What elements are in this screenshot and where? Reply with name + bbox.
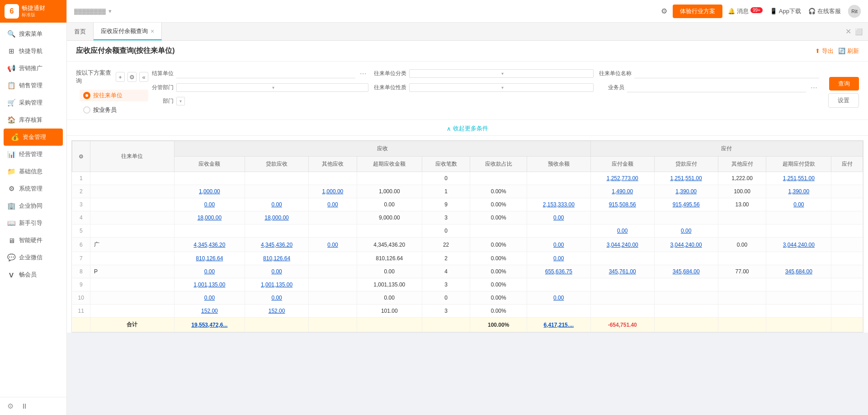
th-loan-receivable: 贷款应收 — [245, 157, 309, 172]
purchase-icon: 🛒 — [7, 99, 15, 107]
partner-category-label: 往来单位分类 — [374, 70, 406, 77]
sidebar-item-purchase[interactable]: 🛒 采购管理 — [0, 94, 66, 111]
partner-nature-select[interactable]: ▾ — [409, 83, 594, 92]
info-icon: 📁 — [7, 167, 15, 176]
tab-balance-query[interactable]: 应收应付余额查询 × — [94, 23, 162, 40]
dept-select[interactable]: ▾ — [176, 97, 185, 105]
th-receivable-ratio: 应收款占比 — [470, 157, 527, 172]
total-overdue-payable — [766, 318, 831, 332]
th-payable-amount: 应付金额 — [590, 157, 654, 172]
add-scheme-button[interactable]: + — [116, 72, 125, 82]
sidebar-item-guide[interactable]: 📖 新手引导 — [0, 215, 66, 232]
sidebar-item-search[interactable]: 🔍 搜索菜单 — [0, 25, 66, 43]
online-service-button[interactable]: 🎧 在线客服 — [808, 7, 841, 15]
collapse-button[interactable]: ∧ 收起更多条件 — [67, 122, 868, 136]
sidebar-item-basic-info[interactable]: 📁 基础信息 — [0, 163, 66, 180]
system-icon: ⚙ — [7, 185, 15, 193]
maximize-icon[interactable]: ⬜ — [855, 28, 863, 35]
total-other-receivable — [309, 318, 357, 332]
sidebar-item-vip[interactable]: V 畅会员 — [0, 266, 66, 283]
sidebar-item-business[interactable]: 📊 经营管理 — [0, 146, 66, 163]
app-download-button[interactable]: 📱 App下载 — [770, 7, 801, 15]
total-receivable-amount[interactable]: 19,553,472,6... — [174, 318, 245, 332]
field-settlement-unit: 结算单位 ··· — [148, 69, 368, 78]
settings-icon[interactable]: ⚙ — [7, 402, 14, 410]
sidebar-item-label: 畅会员 — [19, 271, 37, 279]
user-avatar[interactable]: Rit — [848, 5, 861, 18]
th-overdue-receivable: 超期应收金额 — [357, 157, 422, 172]
business-icon: 📊 — [7, 150, 15, 158]
tabs-bar: 首页 应收应付余额查询 × ✕ ⬜ — [67, 23, 868, 41]
industry-solution-button[interactable]: 体验行业方案 — [673, 5, 722, 18]
export-button[interactable]: ⬆ 导出 — [815, 47, 834, 55]
refresh-button[interactable]: 🔄 刷新 — [838, 47, 859, 55]
tab-home[interactable]: 首页 — [67, 23, 94, 40]
sidebar-item-sales[interactable]: 📋 销售管理 — [0, 77, 66, 94]
th-loan-payable: 贷款应付 — [654, 157, 718, 172]
total-overdue-receivable — [357, 318, 422, 332]
message-button[interactable]: 🔔 消息 99+ — [728, 7, 763, 15]
close-window-icon[interactable]: ✕ — [845, 27, 851, 36]
collapse-icon[interactable]: ⏸ — [21, 402, 28, 410]
salesperson-label: 业务员 — [599, 84, 624, 91]
inventory-icon: 🏠 — [7, 116, 15, 124]
sidebar-item-label: 快捷导航 — [19, 47, 42, 55]
partner-category-select[interactable]: ▾ — [409, 69, 594, 78]
company-name: ▓▓▓▓▓▓▓▓ — [74, 8, 106, 14]
th-group-payable: 应付 — [590, 141, 863, 157]
settlement-unit-input[interactable] — [178, 70, 354, 76]
filter-row-2: 分管部门 ▾ 往来单位性质 ▾ 业务员 — [148, 83, 819, 92]
content-wrapper: 应收应付余额查询(按往来单位) ⬆ 导出 🔄 刷新 按以下方案查询 + ⚙ — [67, 41, 868, 333]
salesperson-dots-button[interactable]: ··· — [809, 83, 819, 92]
logo-icon: 6 — [5, 4, 19, 19]
sidebar-item-nav[interactable]: ⊞ 快捷导航 — [0, 43, 66, 60]
partner-name-input-wrap[interactable] — [634, 69, 819, 78]
total-advance-balance[interactable]: 6,417,215.... — [527, 318, 590, 332]
service-icon: 🎧 — [808, 8, 816, 14]
set-button[interactable]: 设置 — [828, 93, 859, 108]
th-settings[interactable]: ⚙ — [72, 141, 90, 172]
sidebar-item-label: 搜索菜单 — [19, 30, 42, 38]
collapse-scheme-button[interactable]: « — [139, 72, 148, 82]
th-other-receivable: 其他应收 — [309, 157, 357, 172]
table-settings-icon[interactable]: ⚙ — [79, 153, 84, 160]
sidebar-item-inventory[interactable]: 🏠 库存核算 — [0, 111, 66, 129]
export-label: 导出 — [822, 47, 834, 55]
table-row: 30.000.000.000.0090.00%2,153,333.00915,5… — [72, 198, 863, 211]
filter-row-3: 部门 ▾ — [148, 97, 819, 105]
query-button[interactable]: 查询 — [829, 77, 859, 91]
row-number: 4 — [72, 211, 90, 224]
settlement-dots-button[interactable]: ··· — [358, 69, 368, 78]
sidebar-item-hardware[interactable]: 🖥 智能硬件 — [0, 232, 66, 249]
total-label: 合计 — [90, 318, 175, 332]
salesperson-input[interactable] — [629, 84, 804, 91]
company-selector[interactable]: ▓▓▓▓▓▓▓▓ ▾ — [74, 8, 656, 14]
filter-option-salesperson[interactable]: 按业务员 — [80, 104, 148, 116]
sidebar-item-finance[interactable]: 💰 资金管理 — [4, 129, 63, 146]
table-row: 91,001,135.001,001,135.001,001,135.0030.… — [72, 278, 863, 291]
sidebar-item-marketing[interactable]: 📢 营销推广 — [0, 60, 66, 77]
dept-manager-select[interactable]: ▾ — [176, 83, 368, 92]
salesperson-input-wrap[interactable] — [627, 83, 806, 92]
radio-filled — [83, 92, 90, 99]
partner-name-input[interactable] — [636, 70, 817, 76]
filter-option-partner[interactable]: 按往来单位 — [80, 90, 148, 101]
th-receivable-count: 应收笔数 — [422, 157, 470, 172]
table-row: 100.000.000.0000.00%0.00 — [72, 291, 863, 305]
data-table: ⚙ 往来单位 应收 应付 应收金额 贷款应收 其他应收 超期应收金额 应收笔数 … — [72, 141, 863, 332]
th-other-payable: 其他应付 — [718, 157, 766, 172]
field-partner-nature: 往来单位性质 ▾ — [374, 83, 594, 92]
dept-manager-label: 分管部门 — [148, 84, 174, 91]
sidebar-item-label: 营销推广 — [19, 64, 42, 72]
sidebar-item-wechat[interactable]: 💬 企业微信 — [0, 249, 66, 266]
partner-name-label: 往来单位名称 — [599, 70, 632, 77]
sidebar-item-system[interactable]: ⚙ 系统管理 — [0, 180, 66, 197]
settlement-unit-input-wrap[interactable] — [176, 69, 355, 78]
table-row: 6广4,345,436.204,345,436.200.004,345,436.… — [72, 238, 863, 252]
total-other-payable — [718, 318, 766, 332]
sidebar-item-enterprise[interactable]: 🏢 企业协同 — [0, 197, 66, 215]
tab-close-icon[interactable]: × — [151, 28, 154, 35]
settings-scheme-button[interactable]: ⚙ — [127, 72, 137, 82]
gear-icon[interactable]: ⚙ — [661, 7, 667, 15]
scheme-label: 按以下方案查询 — [76, 69, 113, 85]
